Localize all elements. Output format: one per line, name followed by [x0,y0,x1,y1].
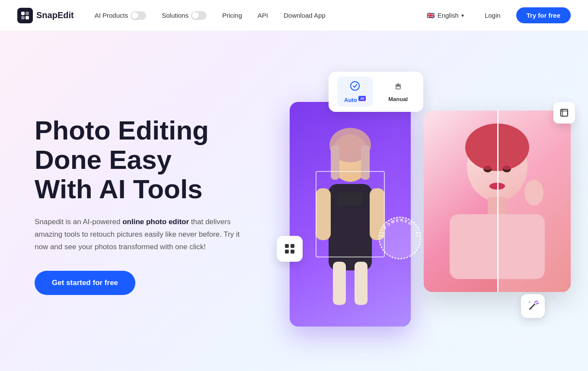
svg-line-42 [537,301,538,301]
navbar: SnapEdit AI Products Solutions Pricing A… [0,0,588,31]
svg-point-27 [524,180,543,206]
svg-point-25 [501,164,513,170]
logo[interactable]: SnapEdit [17,8,74,23]
hero-right: Auto AI Manual [277,59,571,352]
auto-mode-icon [349,80,361,94]
manual-mode-icon [393,80,404,94]
svg-rect-0 [21,12,25,15]
svg-rect-3 [26,16,29,19]
language-label: English [438,12,459,19]
nav-item-solutions[interactable]: Solutions [155,8,214,23]
nav-item-download-app[interactable]: Download App [277,8,332,22]
toggle-dot-2 [192,12,199,19]
svg-point-35 [379,217,421,259]
svg-point-4 [351,82,359,90]
crop-icon [559,107,570,118]
svg-rect-32 [291,244,294,248]
svg-rect-33 [285,250,289,254]
selection-frame [316,171,385,257]
svg-rect-2 [21,16,25,19]
nav-items: AI Products Solutions Pricing API Downlo… [88,8,422,23]
svg-line-39 [537,303,537,304]
ai-badge: AI [358,96,366,101]
svg-rect-1 [26,12,29,15]
brand-name: SnapEdit [36,10,74,20]
layout-icon-card[interactable] [277,236,303,262]
svg-rect-13 [333,262,346,305]
toggle-dot [131,12,138,19]
nav-item-api[interactable]: API [251,8,275,22]
nav-toggle-solutions[interactable] [191,11,207,20]
svg-rect-28 [561,109,568,116]
hero-description: Snapedit is an AI-powered online photo e… [35,216,242,254]
nav-item-ai-products[interactable]: AI Products [88,8,153,23]
svg-rect-31 [285,244,289,248]
hero-title: Photo Editing Done Easy With AI Tools [35,116,259,204]
chevron-down-icon: ▾ [461,13,464,19]
auto-mode-button[interactable]: Auto AI [337,77,373,107]
before-after-divider [497,111,499,292]
nav-toggle-ai-products[interactable] [131,11,146,20]
ai-stamp-svg: AI POWERED · AI POWERED · [376,214,424,262]
nav-item-pricing[interactable]: Pricing [215,8,249,22]
svg-line-37 [530,304,535,309]
manual-mode-label: Manual [388,96,408,102]
crop-icon-card[interactable] [553,102,575,124]
try-for-free-button[interactable]: Try for free [516,7,571,23]
layout-icon [284,243,296,255]
flag-emoji: 🇬🇧 [427,12,435,19]
magic-wand-card[interactable] [521,294,545,318]
svg-rect-43 [529,301,530,303]
auto-mode-label: Auto AI [344,96,366,103]
nav-right: 🇬🇧 English ▾ Login Try for free [422,7,571,23]
svg-rect-44 [531,308,532,309]
get-started-button[interactable]: Get started for free [35,271,135,295]
ai-powered-stamp: AI POWERED · AI POWERED · [376,214,424,262]
svg-line-38 [535,301,536,302]
svg-point-24 [482,164,494,170]
magic-wand-icon [527,300,539,312]
logo-icon [17,8,33,23]
language-selector[interactable]: 🇬🇧 English ▾ [422,8,469,23]
right-photo-card [424,111,571,292]
svg-rect-34 [291,250,294,254]
login-button[interactable]: Login [476,8,509,22]
hero-desc-bold: online photo editor [122,218,189,226]
hero-section: Photo Editing Done Easy With AI Tools Sn… [0,31,588,371]
manual-mode-button[interactable]: Manual [381,77,415,107]
svg-rect-14 [355,262,368,305]
hero-left: Photo Editing Done Easy With AI Tools Sn… [35,116,259,295]
mode-selector-card: Auto AI Manual [329,72,423,112]
